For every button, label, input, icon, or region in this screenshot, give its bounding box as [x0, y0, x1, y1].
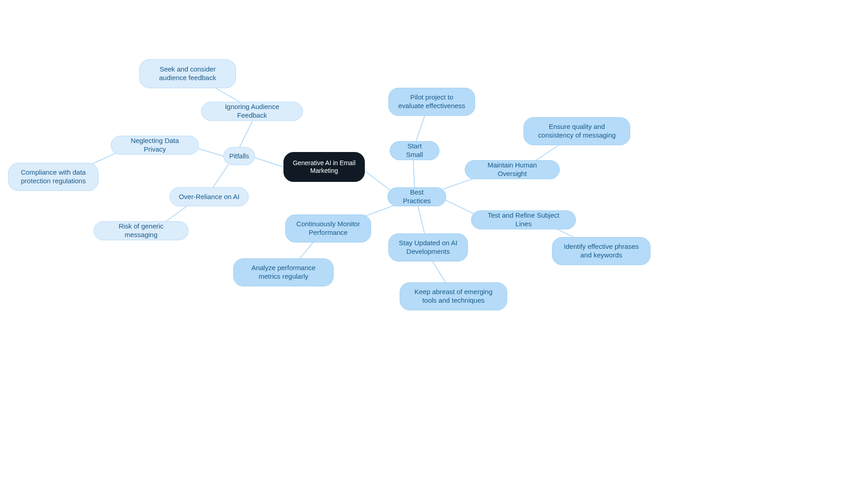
node-label: Neglecting Data Privacy	[119, 137, 190, 154]
leaf-ensure-quality[interactable]: Ensure quality and consistency of messag…	[524, 117, 630, 145]
node-label: Pilot project to evaluate effectiveness	[397, 93, 467, 110]
pitfalls-node[interactable]: Pitfalls	[223, 147, 255, 165]
mindmap-canvas: Generative AI in Email Marketing Pitfall…	[0, 0, 868, 490]
bp-test-refine[interactable]: Test and Refine Subject Lines	[471, 210, 576, 229]
pitfall-data-privacy[interactable]: Neglecting Data Privacy	[111, 136, 199, 155]
leaf-identify-phrases[interactable]: Identify effective phrases and keywords	[552, 237, 651, 265]
svg-line-8	[413, 159, 415, 188]
bp-stay-updated[interactable]: Stay Updated on AI Developments	[388, 233, 468, 262]
root-label: Generative AI in Email Marketing	[292, 159, 356, 175]
bp-start-small[interactable]: Start Small	[390, 141, 439, 160]
node-label: Analyze performance metrics regularly	[242, 264, 325, 281]
leaf-pilot-project[interactable]: Pilot project to evaluate effectiveness	[388, 88, 475, 116]
node-label: Keep abreast of emerging tools and techn…	[408, 288, 499, 305]
svg-line-9	[416, 112, 426, 142]
pitfall-over-reliance[interactable]: Over-Reliance on AI	[170, 187, 249, 206]
node-label: Ensure quality and consistency of messag…	[532, 123, 622, 140]
node-label: Compliance with data protection regulati…	[17, 168, 90, 186]
svg-line-14	[418, 205, 425, 235]
bp-monitor-performance[interactable]: Continuously Monitor Performance	[285, 214, 371, 243]
svg-line-6	[212, 165, 228, 188]
node-label: Maintain Human Oversight	[473, 161, 551, 178]
svg-line-11	[533, 143, 563, 162]
node-label: Start Small	[398, 142, 431, 159]
leaf-compliance[interactable]: Compliance with data protection regulati…	[8, 163, 99, 191]
pitfalls-label: Pitfalls	[229, 152, 249, 161]
node-label: Ignoring Audience Feedback	[210, 103, 294, 120]
node-label: Identify effective phrases and keywords	[561, 243, 642, 260]
leaf-analyze-metrics[interactable]: Analyze performance metrics regularly	[233, 258, 334, 286]
svg-line-2	[240, 121, 252, 147]
leaf-seek-feedback[interactable]: Seek and consider audience feedback	[139, 59, 236, 88]
best-practices-node[interactable]: Best Practices	[387, 187, 446, 206]
pitfall-ignoring-feedback[interactable]: Ignoring Audience Feedback	[201, 102, 303, 121]
node-label: Stay Updated on AI Developments	[397, 239, 459, 256]
bp-human-oversight[interactable]: Maintain Human Oversight	[465, 160, 560, 179]
node-label: Risk of generic messaging	[102, 222, 180, 239]
svg-line-15	[432, 260, 447, 284]
svg-line-7	[163, 204, 190, 224]
node-label: Over-Reliance on AI	[179, 193, 239, 201]
svg-line-1	[365, 171, 394, 193]
node-label: Seek and consider audience feedback	[148, 65, 227, 82]
svg-line-0	[254, 157, 283, 167]
best-practices-label: Best Practices	[396, 188, 438, 205]
leaf-keep-abreast[interactable]: Keep abreast of emerging tools and techn…	[400, 282, 507, 310]
leaf-generic-messaging[interactable]: Risk of generic messaging	[94, 221, 189, 240]
node-label: Continuously Monitor Performance	[294, 220, 363, 237]
root-node[interactable]: Generative AI in Email Marketing	[283, 152, 365, 182]
node-label: Test and Refine Subject Lines	[480, 211, 567, 228]
